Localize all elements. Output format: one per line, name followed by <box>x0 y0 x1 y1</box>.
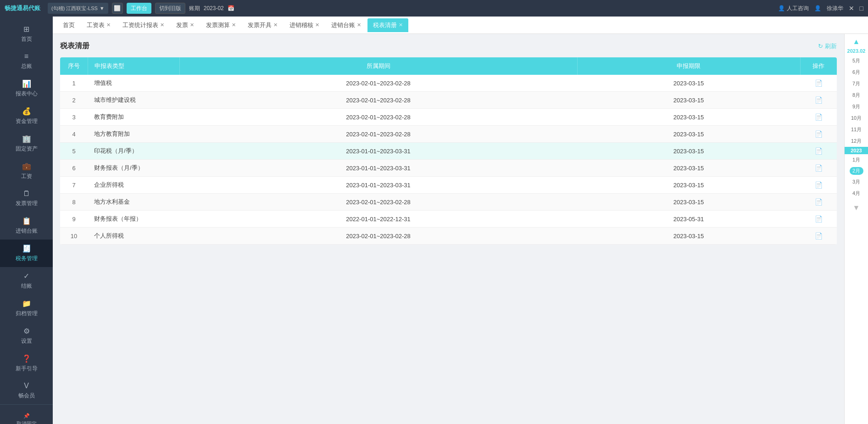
nav-up-button[interactable]: ▲ <box>852 37 861 47</box>
month-11[interactable]: 11月 <box>845 124 868 135</box>
month-3[interactable]: 3月 <box>845 176 868 188</box>
cell-action[interactable]: 📄 <box>800 160 837 177</box>
cell-action[interactable]: 📄 <box>800 92 837 109</box>
action-doc-icon[interactable]: 📄 <box>815 215 823 223</box>
sidebar-item-funds[interactable]: 💰 资金管理 <box>0 102 53 130</box>
month-9[interactable]: 9月 <box>845 101 868 112</box>
sidebar-item-settings[interactable]: ⚙ 设置 <box>0 322 53 350</box>
tab-home[interactable]: 首页 <box>57 18 80 32</box>
month-2-active[interactable]: 2月 <box>845 166 868 176</box>
workspace-button[interactable]: 工作台 <box>127 3 151 14</box>
tab-purchase-ledger-close[interactable]: ✕ <box>357 22 361 28</box>
tab-tax-register[interactable]: 税表清册 ✕ <box>367 18 408 32</box>
month-7[interactable]: 7月 <box>845 78 868 89</box>
cell-period: 2023-02-01~2023-02-28 <box>179 228 577 245</box>
table-row: 1 增值税 2023-02-01~2023-02-28 2023-03-15 📄 <box>60 75 837 92</box>
sidebar-label-guide: 新手引导 <box>16 365 38 373</box>
tab-purchase-check[interactable]: 进销稽核 ✕ <box>284 18 325 32</box>
sidebar-label-assets: 固定资产 <box>16 145 38 153</box>
action-doc-icon[interactable]: 📄 <box>815 130 823 138</box>
sidebar-item-archive[interactable]: 📁 归档管理 <box>0 295 53 322</box>
sidebar-item-purchase[interactable]: 📋 进销台账 <box>0 212 53 240</box>
unpin-button[interactable]: 📌 取消固定 <box>0 409 53 424</box>
tab-salary-table-close[interactable]: ✕ <box>106 22 111 28</box>
month-12[interactable]: 12月 <box>845 135 868 147</box>
month-4[interactable]: 4月 <box>845 188 868 199</box>
table-row: 6 财务报表（月/季） 2023-01-01~2023-03-31 2023-0… <box>60 160 837 177</box>
month-6[interactable]: 6月 <box>845 67 868 78</box>
sidebar-label-settings: 设置 <box>21 337 32 345</box>
cell-name: 财务报表（年报） <box>88 211 179 228</box>
cell-action[interactable]: 📄 <box>800 211 837 228</box>
sidebar-item-invoice[interactable]: 🗒 发票管理 <box>0 185 53 212</box>
cell-deadline: 2023-03-15 <box>577 143 800 160</box>
table-body: 1 增值税 2023-02-01~2023-02-28 2023-03-15 📄… <box>60 75 837 245</box>
table-row: 10 个人所得税 2023-02-01~2023-02-28 2023-03-1… <box>60 228 837 245</box>
cell-action[interactable]: 📄 <box>800 194 837 211</box>
tab-invoice-open-close[interactable]: ✕ <box>273 22 278 28</box>
action-doc-icon[interactable]: 📄 <box>815 164 823 172</box>
copy-button[interactable]: ⬜ <box>112 3 123 14</box>
tab-purchase-ledger-label: 进销台账 <box>331 21 355 29</box>
help-button[interactable]: 👤 人工咨询 <box>778 5 808 12</box>
tab-purchase-check-close[interactable]: ✕ <box>315 22 319 28</box>
month-10[interactable]: 10月 <box>845 112 868 124</box>
sidebar-bottom: 📌 取消固定 <box>0 404 53 424</box>
cell-action[interactable]: 📄 <box>800 177 837 194</box>
close-icon[interactable]: ✕ <box>849 5 854 12</box>
switch-old-button[interactable]: 切到旧版 <box>155 3 185 14</box>
maximize-icon[interactable]: □ <box>860 5 863 12</box>
cell-name: 教育费附加 <box>88 109 179 126</box>
tab-invoice-calc-close[interactable]: ✕ <box>232 22 236 28</box>
company-selector[interactable]: (勾稽) 江西联宝-LSS ▼ <box>48 3 108 14</box>
action-doc-icon[interactable]: 📄 <box>815 232 823 240</box>
month-1[interactable]: 1月 <box>845 154 868 166</box>
cell-action[interactable]: 📄 <box>800 75 837 92</box>
action-doc-icon[interactable]: 📄 <box>815 198 823 206</box>
tab-invoice[interactable]: 发票 ✕ <box>171 18 200 32</box>
month-9-label: 9月 <box>845 102 868 111</box>
tab-salary-table[interactable]: 工资表 ✕ <box>81 18 116 32</box>
nav-down-button[interactable]: ▼ <box>852 203 861 213</box>
action-doc-icon[interactable]: 📄 <box>815 181 823 189</box>
archive-icon: 📁 <box>22 299 31 308</box>
cell-action[interactable]: 📄 <box>800 126 837 143</box>
tab-invoice-close[interactable]: ✕ <box>190 22 194 28</box>
cell-id: 2 <box>60 92 88 109</box>
sidebar-item-member[interactable]: V 畅会员 <box>0 377 53 404</box>
action-doc-icon[interactable]: 📄 <box>815 113 823 121</box>
cell-action[interactable]: 📄 <box>800 228 837 245</box>
tab-purchase-ledger[interactable]: 进销台账 ✕ <box>326 18 367 32</box>
refresh-label: 刷新 <box>825 42 837 50</box>
sidebar-item-assets[interactable]: 🏢 固定资产 <box>0 130 53 157</box>
tab-salary-report-close[interactable]: ✕ <box>160 22 164 28</box>
sidebar-item-guide[interactable]: ❓ 新手引导 <box>0 350 53 377</box>
cell-action[interactable]: 📄 <box>800 109 837 126</box>
sidebar-item-tax[interactable]: 🧾 税务管理 <box>0 240 53 267</box>
username: 徐涤华 <box>827 5 843 12</box>
month-8[interactable]: 8月 <box>845 89 868 101</box>
tab-salary-report-label: 工资统计报表 <box>122 21 158 29</box>
sidebar-item-home[interactable]: ⊞ 首页 <box>0 20 53 48</box>
refresh-button[interactable]: ↻ 刷新 <box>818 42 837 50</box>
month-5[interactable]: 5月 <box>845 55 868 67</box>
tab-tax-register-close[interactable]: ✕ <box>399 22 403 28</box>
action-doc-icon[interactable]: 📄 <box>815 96 823 104</box>
refresh-icon: ↻ <box>818 43 823 50</box>
tab-invoice-open[interactable]: 发票开具 ✕ <box>242 18 283 32</box>
action-doc-icon[interactable]: 📄 <box>815 147 823 155</box>
tab-invoice-calc[interactable]: 发票测算 ✕ <box>200 18 241 32</box>
cell-action[interactable]: 📄 <box>800 143 837 160</box>
user-avatar: 👤 <box>814 5 821 11</box>
sidebar-item-close[interactable]: ✓ 结账 <box>0 267 53 295</box>
cell-period: 2023-01-01~2023-03-31 <box>179 177 577 194</box>
action-doc-icon[interactable]: 📄 <box>815 79 823 87</box>
col-header-period: 所属期间 <box>179 57 577 75</box>
cell-deadline: 2023-03-15 <box>577 160 800 177</box>
tab-salary-report[interactable]: 工资统计报表 ✕ <box>117 18 170 32</box>
sidebar-item-ledger[interactable]: ≡ 总账 <box>0 48 53 75</box>
sidebar-item-salary[interactable]: 💼 工资 <box>0 157 53 185</box>
sidebar-item-report[interactable]: 📊 报表中心 <box>0 75 53 102</box>
calendar-icon[interactable]: 📅 <box>228 5 234 11</box>
month-2-active-label: 2月 <box>850 167 863 175</box>
